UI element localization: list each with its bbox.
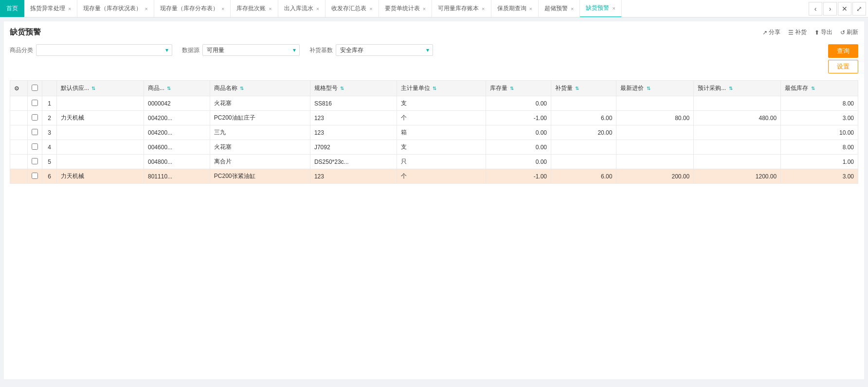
close-tab-11[interactable]: × [612,5,615,11]
th-est-purchase[interactable]: 预计采购... ⇅ [694,81,781,96]
datasource-select[interactable]: 可用量 [202,44,300,56]
sort-est-icon: ⇅ [729,86,733,91]
nav-tab-9[interactable]: 保质期查询 × [491,0,539,18]
main-content: 缺货预警 ↗ 分享 ☰ 补货 ⬆ 导出 ↺ 刷新 商品分类 [4,21,864,379]
th-latest-price[interactable]: 最新进价 ⇅ [616,81,694,96]
td-supplier [57,125,144,140]
close-tab-8[interactable]: × [482,6,485,12]
category-filter-group: 商品分类 [10,44,172,56]
td-gear [10,96,28,111]
th-product-name[interactable]: 商品名称 ⇅ [210,81,310,96]
close-tab-2[interactable]: × [145,6,147,12]
td-spec: 123 [310,111,397,125]
replenish-label: 补货基数 [309,46,333,54]
nav-tab-5[interactable]: 出入库流水 × [278,0,326,18]
td-latest-price: 80.00 [616,111,694,125]
nav-close-button[interactable]: ✕ [838,2,851,16]
th-spec[interactable]: 规格型号 ⇅ [310,81,397,96]
row-checkbox[interactable] [32,100,38,106]
page-title: 缺货预警 [10,27,41,37]
settings-button[interactable]: 设置 [828,60,858,73]
td-min-stock: 8.00 [781,140,858,155]
table-body: 1 0000042 火花塞 SS816 支 0.00 8.00 2 力天机械 0… [10,96,858,184]
td-checkbox[interactable] [28,169,42,184]
nav-tab-6[interactable]: 收发存汇总表 × [326,0,379,18]
nav-next-button[interactable]: › [823,2,837,16]
th-replenish[interactable]: 补货量 ⇅ [551,81,616,96]
sort-supplier-icon: ⇅ [91,86,95,91]
close-tab-5[interactable]: × [316,6,319,12]
row-checkbox[interactable] [32,114,38,121]
nav-expand-button[interactable]: ⤢ [852,2,866,16]
sort-replenish-icon: ⇅ [575,86,579,91]
refresh-button[interactable]: ↺ 刷新 [840,28,858,36]
td-gear [10,125,28,140]
td-rownum: 6 [42,169,57,184]
td-est-purchase [694,96,781,111]
td-latest-price [616,155,694,169]
td-supplier [57,96,144,111]
th-min-stock[interactable]: 最低库存 ⇅ [781,81,858,96]
export-button[interactable]: ⬆ 导出 [814,28,832,36]
nav-prev-button[interactable]: ‹ [809,2,822,16]
nav-tab-1[interactable]: 拣货异常处理 × [24,0,77,18]
close-tab-3[interactable]: × [221,6,224,12]
close-tab-1[interactable]: × [68,6,71,12]
nav-tab-11[interactable]: 缺货预警 × [580,0,621,18]
nav-tab-10[interactable]: 超储预警 × [539,0,580,18]
row-checkbox[interactable] [32,143,38,150]
close-tab-4[interactable]: × [269,6,271,12]
nav-tab-8[interactable]: 可用量库存账本 × [432,0,491,18]
export-icon: ⬆ [814,29,819,36]
th-stock[interactable]: 库存量 ⇅ [486,81,551,96]
td-checkbox[interactable] [28,111,42,125]
td-product-name: 三九 [210,125,310,140]
table-row: 2 力天机械 004200... PC200油缸庄子 123 个 -1.00 6… [10,111,858,125]
table-row: 6 力天机械 801110... PC200张紧油缸 123 个 -1.00 6… [10,169,858,184]
close-tab-7[interactable]: × [423,6,426,12]
share-button[interactable]: ↗ 分享 [762,28,780,36]
td-checkbox[interactable] [28,96,42,111]
category-select[interactable] [36,44,172,56]
th-supplier[interactable]: 默认供应... ⇅ [57,81,144,96]
td-product-name: 火花塞 [210,96,310,111]
nav-tab-4[interactable]: 库存批次账 × [231,0,278,18]
td-rownum: 1 [42,96,57,111]
nav-tab-2[interactable]: 现存量（库存状况表） × [77,0,154,18]
td-est-purchase [694,125,781,140]
close-tab-6[interactable]: × [369,6,372,12]
td-replenish [551,155,616,169]
filter-actions: 查询 设置 [828,44,858,73]
th-gear[interactable]: ⚙ [10,81,28,96]
td-checkbox[interactable] [28,155,42,169]
close-tab-9[interactable]: × [529,6,532,12]
header-row: ⚙ 默认供应... ⇅ 商品... ⇅ 商品名称 ⇅ 规格型号 ⇅ [10,81,858,96]
replenish-button[interactable]: ☰ 补货 [788,28,807,36]
sort-name-icon: ⇅ [240,86,244,91]
th-checkbox[interactable] [28,81,42,96]
td-latest-price [616,96,694,111]
th-product-code[interactable]: 商品... ⇅ [144,81,210,96]
td-product-name: PC200张紧油缸 [210,169,310,184]
td-unit: 箱 [397,125,486,140]
td-checkbox[interactable] [28,125,42,140]
td-checkbox[interactable] [28,140,42,155]
td-unit: 支 [397,96,486,111]
close-tab-10[interactable]: × [571,6,574,12]
nav-tab-3[interactable]: 现存量（库存分布表） × [154,0,231,18]
query-button[interactable]: 查询 [828,44,858,58]
nav-tab-7[interactable]: 要货单统计表 × [379,0,432,18]
td-unit: 个 [397,111,486,125]
td-gear [10,111,28,125]
th-unit[interactable]: 主计量单位 ⇅ [397,81,486,96]
row-checkbox[interactable] [32,158,38,164]
select-all-checkbox[interactable] [32,85,38,91]
row-checkbox[interactable] [32,129,38,135]
td-spec: SS816 [310,96,397,111]
replenish-select[interactable]: 安全库存 [336,44,433,56]
td-latest-price [616,125,694,140]
nav-tab-home[interactable]: 首页 [0,0,24,18]
table-row: 1 0000042 火花塞 SS816 支 0.00 8.00 [10,96,858,111]
td-est-purchase [694,140,781,155]
row-checkbox[interactable] [32,173,38,179]
